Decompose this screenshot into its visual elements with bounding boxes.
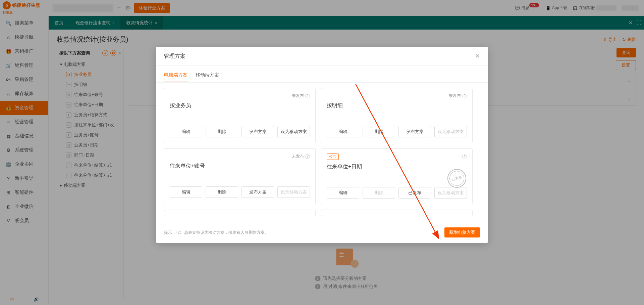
publish-button[interactable]: 发布方案 [241,126,274,137]
modal-tab-mobile[interactable]: 移动端方案 [196,70,219,82]
edit-button[interactable]: 编辑 [170,126,202,137]
modal-hint: 提示：仅汇总表支持设为移动方案，仅发布人可删除方案。 [164,230,269,235]
scheme-card-peek [321,210,473,216]
modal-close-button[interactable]: ✕ [475,52,480,60]
modal-title: 管理方案 [164,53,185,60]
card-status: 未发布 ? [292,154,310,159]
delete-button[interactable]: 删除 [206,186,238,198]
new-scheme-button[interactable]: 新增电脑方案 [444,227,480,237]
edit-button[interactable]: 编辑 [327,187,359,199]
edit-button[interactable]: 编辑 [327,126,359,137]
delete-button[interactable]: 删除 [363,126,395,137]
edit-button[interactable]: 编辑 [170,186,202,198]
scheme-card-2: 未发布 ?往来单位+账号编辑删除发布方案设为移动方案 [164,148,316,204]
publish-button[interactable]: 发布方案 [241,186,274,198]
scheme-card-0: 未发布 ?按业务员编辑删除发布方案设为移动方案 [164,88,316,143]
help-icon[interactable]: ? [305,154,310,159]
set-mobile-button: 设为移动方案 [277,186,310,198]
card-status: ? [462,155,467,159]
modal-tab-desktop[interactable]: 电脑端方案 [164,70,187,82]
set-mobile-button: 设为移动方案 [434,126,467,137]
set-mobile-button: 设为移动方案 [434,187,467,199]
card-title: 按业务员 [170,102,310,109]
manage-scheme-modal: 管理方案 ✕ 电脑端方案 移动端方案 未发布 ?按业务员编辑删除发布方案设为移动… [156,47,488,243]
help-icon[interactable]: ? [305,94,310,98]
help-icon[interactable]: ? [462,94,467,98]
card-status: 未发布 ? [292,93,310,99]
card-status: 未发布 ? [449,93,467,99]
card-title: 往来单位+日期 [327,163,467,170]
scheme-card-1: 未发布 ?按明细编辑删除发布方案设为移动方案 [321,88,473,143]
set-mobile-button[interactable]: 设为移动方案 [277,126,310,137]
scheme-card-peek [164,210,316,216]
card-title: 按明细 [327,102,467,109]
publish-button[interactable]: 发布方案 [398,126,431,137]
scheme-card-3: 公共 ?往来单位+日期已发布编辑删除已发布设为移动方案 [321,148,473,204]
card-title: 往来单位+账号 [170,163,310,170]
help-icon[interactable]: ? [462,155,467,159]
delete-button[interactable]: 删除 [206,126,238,137]
publish-button[interactable]: 已发布 [398,187,431,199]
public-tag: 公共 [327,154,339,160]
delete-button: 删除 [363,187,395,199]
